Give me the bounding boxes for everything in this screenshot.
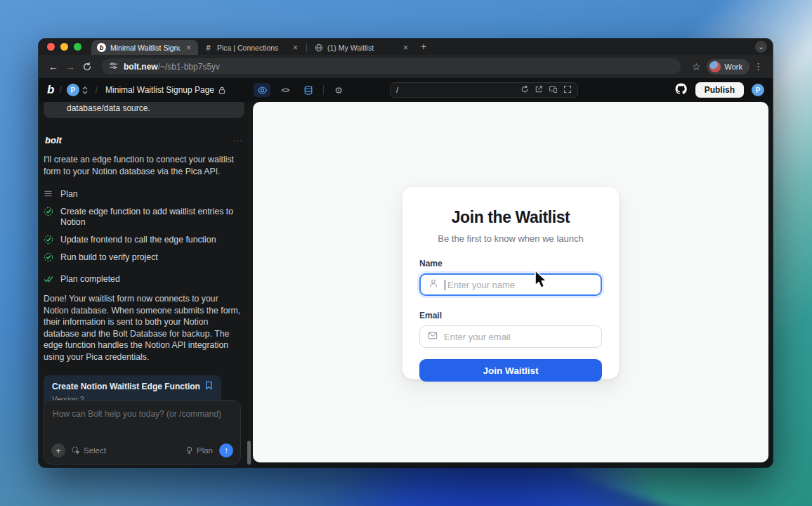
preview-path: /: [396, 86, 520, 94]
assistant-summary: Done! Your waitlist form now connects to…: [44, 293, 242, 363]
form-title: Join the Waitlist: [419, 208, 602, 227]
plan-mode-button[interactable]: Plan: [185, 446, 213, 455]
open-in-new-tab-icon[interactable]: [535, 84, 543, 96]
send-button[interactable]: ↑: [219, 443, 233, 458]
preview-address-bar[interactable]: /: [390, 82, 578, 98]
name-label: Name: [419, 259, 602, 268]
plan-item: Update frontend to call the edge functio…: [44, 235, 244, 245]
email-label: Email: [419, 311, 602, 320]
waitlist-card: Join the Waitlist Be the first to know w…: [402, 187, 619, 379]
close-tab-icon[interactable]: ×: [185, 43, 192, 53]
responsive-devices-icon[interactable]: [549, 84, 558, 96]
tab-divider: [306, 44, 307, 51]
browser-menu-icon[interactable]: ⋮: [751, 61, 766, 72]
plan-block: Plan Create edge function to add waitlis…: [44, 189, 244, 285]
close-tab-icon[interactable]: ×: [292, 43, 299, 53]
bolt-favicon-icon: b: [97, 43, 106, 52]
preview-controls: [520, 84, 572, 96]
globe-favicon-icon: [314, 43, 323, 52]
user-avatar[interactable]: P: [752, 84, 764, 96]
tab-minimal-waitlist[interactable]: b Minimal Waitlist Signup Page ×: [91, 40, 198, 55]
plan-item-label: Run build to verify project: [60, 252, 158, 263]
browser-toolbar: ← → bolt.new/~/sb1-bbp7s5yv ☆ Work ⋮: [39, 55, 773, 78]
plan-item-label: Create edge function to add waitlist ent…: [60, 207, 244, 228]
address-bar[interactable]: bolt.new/~/sb1-bbp7s5yv: [102, 58, 681, 74]
sidebar-scrollbar[interactable]: [247, 441, 251, 465]
user-message-bubble: database/data source.: [44, 102, 244, 118]
tab-title: (1) My Waitlist: [327, 44, 398, 52]
bolt-toolbar-right: Publish P: [674, 82, 764, 98]
tab-title: Pica | Connections: [217, 44, 287, 52]
database-toggle[interactable]: [300, 83, 317, 97]
breadcrumb-separator: /: [96, 85, 98, 95]
double-check-icon: [44, 274, 53, 284]
plan-item: Run build to verify project: [44, 252, 244, 263]
email-placeholder: Enter your email: [444, 332, 511, 342]
plan-mode-label: Plan: [197, 446, 213, 455]
profile-label: Work: [725, 63, 742, 71]
window-controls: [39, 39, 91, 55]
bookmark-star-icon[interactable]: ☆: [688, 61, 705, 72]
tab-title: Minimal Waitlist Signup Page: [110, 44, 181, 52]
check-circle-icon: [44, 235, 53, 245]
pica-favicon-icon: #: [204, 43, 213, 52]
tab-search-chevron-icon[interactable]: ⌄: [755, 41, 767, 53]
check-circle-icon: [44, 207, 53, 216]
tab-strip: b Minimal Waitlist Signup Page × # Pica …: [39, 39, 773, 55]
profile-avatar: [709, 61, 721, 72]
preview-eye-toggle[interactable]: [254, 83, 270, 97]
bookmark-icon: [205, 381, 213, 392]
publish-button[interactable]: Publish: [695, 82, 744, 98]
back-icon[interactable]: ←: [46, 59, 61, 74]
content-area: database/data source. bolt ··· I'll crea…: [39, 102, 773, 467]
artifact-title: Create Notion Waitlist Edge Function: [52, 382, 200, 391]
select-tool-button[interactable]: Select: [72, 446, 106, 455]
select-label: Select: [84, 446, 106, 455]
workspace-avatar[interactable]: P: [67, 84, 79, 96]
list-icon: [44, 189, 53, 198]
fullscreen-icon[interactable]: [563, 84, 572, 96]
site-settings-icon[interactable]: [109, 61, 118, 72]
forward-icon[interactable]: →: [63, 59, 78, 74]
private-lock-icon: [218, 86, 225, 94]
breadcrumb-separator: /: [59, 85, 61, 95]
browser-window: b Minimal Waitlist Signup Page × # Pica …: [39, 39, 773, 467]
settings-gear-toggle[interactable]: ⚙: [330, 83, 347, 97]
text-caret: [445, 280, 445, 290]
attach-plus-button[interactable]: +: [51, 443, 65, 458]
app-preview-pane: Join the Waitlist Be the first to know w…: [253, 102, 768, 462]
assistant-intro: I'll create an edge function to connect …: [44, 154, 237, 177]
join-waitlist-button[interactable]: Join Waitlist: [419, 359, 602, 382]
tab-pica-connections[interactable]: # Pica | Connections ×: [198, 40, 305, 55]
browser-profile-chip[interactable]: Work: [707, 59, 749, 74]
bolt-logo[interactable]: b: [47, 83, 54, 97]
url-path: /~/sb1-bbp7s5yv: [158, 62, 220, 72]
bolt-toolbar: b / P / Minimal Waitlist Signup Page <> …: [39, 78, 773, 102]
email-input[interactable]: Enter your email: [419, 325, 602, 348]
message-menu-icon[interactable]: ···: [233, 136, 243, 145]
project-title[interactable]: Minimal Waitlist Signup Page: [105, 85, 214, 95]
minimize-window-button[interactable]: [60, 43, 68, 51]
zoom-window-button[interactable]: [74, 43, 81, 51]
plan-item: Create edge function to add waitlist ent…: [44, 207, 244, 228]
form-subtitle: Be the first to know when we launch: [419, 233, 602, 244]
prompt-composer[interactable]: How can Bolt help you today? (or /comman…: [44, 400, 241, 465]
name-placeholder: Enter your name: [447, 280, 515, 290]
assistant-name: bolt: [45, 135, 62, 145]
close-window-button[interactable]: [47, 43, 55, 51]
name-input[interactable]: Enter your name: [419, 273, 602, 296]
check-circle-icon: [44, 252, 53, 262]
plan-header: Plan: [44, 189, 244, 200]
new-tab-button[interactable]: +: [421, 41, 426, 52]
gear-icon: ⚙: [334, 85, 343, 96]
preview-reload-icon[interactable]: [520, 84, 529, 96]
code-toggle[interactable]: <>: [277, 83, 294, 97]
tab-my-waitlist[interactable]: (1) My Waitlist ×: [308, 40, 415, 55]
workspace-switcher-icon[interactable]: [82, 86, 88, 94]
plan-completed-label: Plan completed: [60, 274, 120, 285]
composer-actions: + Select Plan ↑: [51, 443, 233, 458]
reload-icon[interactable]: [79, 59, 95, 74]
assistant-header: bolt ···: [44, 135, 244, 145]
github-icon[interactable]: [674, 82, 688, 98]
close-tab-icon[interactable]: ×: [402, 43, 410, 53]
